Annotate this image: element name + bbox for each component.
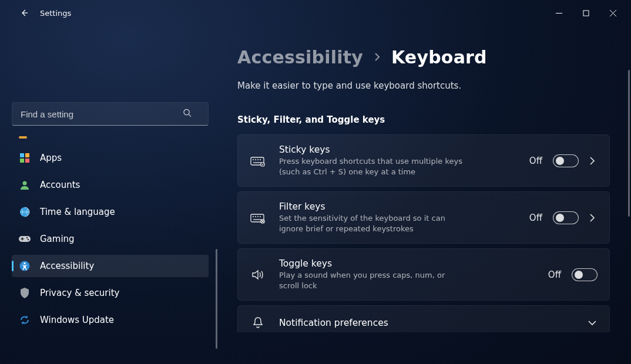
card-filter-keys[interactable]: Filter keys Set the sensitivity of the k… (237, 191, 610, 244)
app-title: Settings (40, 9, 71, 18)
sidebar-item-privacy-security[interactable]: Privacy & security (12, 282, 209, 304)
toggle-keys-toggle[interactable] (572, 268, 598, 281)
svg-rect-7 (25, 153, 29, 157)
bell-icon (250, 316, 266, 329)
card-desc: Press keyboard shortcuts that use multip… (279, 156, 467, 177)
sidebar-item-truncated[interactable] (12, 135, 209, 139)
svg-rect-16 (22, 237, 23, 240)
arrow-left-icon (19, 8, 29, 18)
nav: Apps Accounts Time & language Gaming (12, 147, 208, 331)
card-desc: Set the sensitivity of the keyboard so i… (279, 213, 467, 234)
svg-rect-6 (20, 153, 24, 157)
sticky-keys-toggle[interactable] (553, 154, 579, 167)
card-title: Toggle keys (279, 258, 535, 269)
back-button[interactable] (14, 3, 34, 23)
page-subtitle: Make it easier to type and use keyboard … (237, 80, 611, 91)
maximize-icon (583, 10, 589, 16)
sidebar-item-label: Time & language (40, 207, 115, 217)
sidebar-item-gaming[interactable]: Gaming (12, 228, 209, 250)
filter-keys-toggle[interactable] (553, 211, 579, 224)
toggle-state: Off (529, 213, 542, 223)
window-controls (545, 3, 626, 23)
svg-point-14 (28, 239, 29, 240)
card-title: Filter keys (279, 201, 516, 212)
search-icon (183, 109, 192, 120)
sidebar-item-accounts[interactable]: Accounts (12, 174, 209, 196)
close-button[interactable] (599, 3, 626, 23)
svg-line-5 (189, 114, 191, 117)
sidebar: Apps Accounts Time & language Gaming (0, 26, 217, 364)
toggle-state: Off (529, 156, 542, 166)
card-toggle-keys[interactable]: Toggle keys Play a sound when you press … (237, 248, 610, 301)
chevron-right-icon (589, 157, 595, 165)
sidebar-item-label: Accessibility (40, 261, 94, 271)
card-sticky-keys[interactable]: Sticky keys Press keyboard shortcuts tha… (237, 134, 610, 187)
expand-down-button[interactable] (587, 320, 598, 326)
close-icon (610, 10, 616, 16)
expand-button[interactable] (587, 157, 598, 165)
search-input[interactable] (12, 102, 209, 126)
expand-button[interactable] (587, 214, 598, 222)
apps-icon (19, 152, 31, 164)
sidebar-item-time-language[interactable]: Time & language (12, 201, 209, 223)
breadcrumb: Accessibility Keyboard (237, 47, 611, 68)
time-language-icon (19, 206, 31, 218)
maximize-button[interactable] (572, 3, 599, 23)
accessibility-icon (19, 260, 31, 272)
breadcrumb-parent[interactable]: Accessibility (237, 47, 363, 68)
sidebar-item-label: Windows Update (40, 315, 114, 325)
svg-rect-9 (25, 159, 29, 163)
keyboard-icon (250, 155, 266, 167)
card-notification-preferences[interactable]: Notification preferences (237, 305, 610, 332)
sidebar-item-label: Accounts (40, 180, 80, 190)
toggle-state: Off (548, 269, 561, 280)
card-desc: Play a sound when you press caps, num, o… (279, 270, 467, 291)
card-title: Notification preferences (279, 318, 574, 328)
section-title: Sticky, Filter, and Toggle keys (237, 114, 611, 125)
keyboard-filter-icon (250, 212, 266, 224)
content-scrollbar[interactable] (628, 70, 630, 217)
sidebar-item-apps[interactable]: Apps (12, 147, 209, 169)
svg-rect-8 (20, 159, 24, 163)
chevron-down-icon (588, 320, 596, 326)
chevron-right-icon (374, 51, 381, 63)
svg-rect-1 (583, 11, 589, 16)
minimize-button[interactable] (545, 3, 572, 23)
windows-update-icon (19, 314, 31, 326)
svg-point-4 (184, 109, 189, 114)
svg-point-13 (26, 237, 28, 238)
accounts-icon (19, 179, 31, 191)
sidebar-item-label: Gaming (40, 234, 75, 244)
svg-point-10 (23, 181, 27, 186)
sidebar-item-windows-update[interactable]: Windows Update (12, 309, 209, 331)
speaker-icon (250, 269, 266, 281)
sidebar-item-label: Apps (40, 153, 62, 163)
content: Accessibility Keyboard Make it easier to… (217, 26, 631, 364)
minimize-icon (556, 10, 562, 16)
svg-rect-12 (19, 236, 31, 242)
gaming-icon (19, 233, 31, 245)
svg-point-18 (24, 262, 25, 264)
privacy-security-icon (19, 287, 31, 299)
chevron-right-icon (589, 214, 595, 222)
breadcrumb-current: Keyboard (391, 47, 487, 68)
search-container (12, 102, 208, 126)
card-title: Sticky keys (279, 144, 516, 155)
sidebar-item-label: Privacy & security (40, 288, 119, 298)
titlebar: Settings (0, 0, 631, 26)
sidebar-item-accessibility[interactable]: Accessibility (12, 255, 209, 277)
